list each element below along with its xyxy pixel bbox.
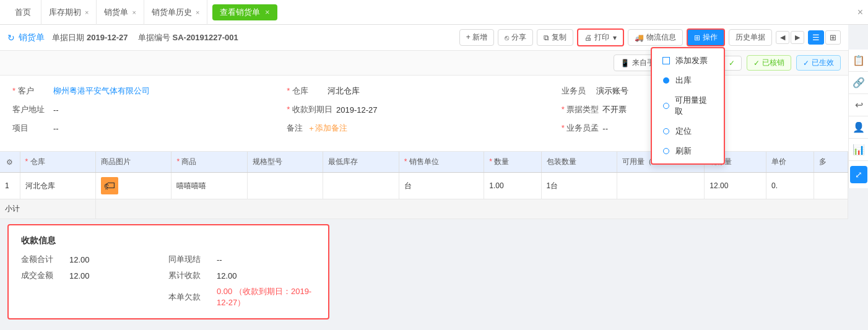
payment-date-field: 收款到期日 2019-12-27 — [287, 104, 561, 115]
customer-label: 客户 — [12, 85, 50, 97]
subtotal-label: 小计 — [0, 199, 95, 219]
row-min-stock — [323, 173, 399, 199]
dropdown-available-qty[interactable]: 可用量提取 — [652, 90, 724, 121]
deal-amount-label: 成交金额 — [21, 270, 64, 281]
row-warehouse: 河北仓库 — [20, 173, 95, 199]
sidebar-icon-doc[interactable]: 📋 — [849, 50, 868, 72]
col-product: * 商品 — [171, 152, 247, 173]
refresh-icon — [662, 147, 671, 155]
locate-icon — [662, 127, 671, 136]
row-pack-qty: 1台 — [541, 173, 617, 199]
due-amount-label: 本单欠款 — [168, 292, 212, 303]
summary-box: 收款信息 金额合计 12.00 同单现结 -- 成交金额 12.00 累计收款 … — [7, 224, 329, 319]
row-quantity: 1.00 — [484, 173, 541, 199]
customer-value[interactable]: 柳州粤港平安气体有限公司 — [53, 85, 150, 97]
summary-total-amount: 金额合计 12.00 — [21, 254, 168, 265]
cumulative-receipt-label: 累计收款 — [168, 270, 212, 281]
dropdown-add-invoice[interactable]: 添加发票 — [652, 51, 724, 71]
tab-sales-history[interactable]: 销货单历史 × — [144, 0, 207, 25]
tab-sales-close[interactable]: × — [132, 9, 136, 16]
note-field: 备注 + 添加备注 — [287, 123, 561, 134]
view-toggle: ☰ ⊞ — [808, 30, 841, 45]
print-dropdown-arrow: ▾ — [613, 33, 617, 42]
row-available — [617, 173, 704, 199]
sidebar-icon-chart[interactable]: 📊 — [849, 139, 868, 161]
warehouse-value: 河北仓库 — [328, 85, 360, 97]
col-unit-price: 单价 — [766, 152, 814, 173]
col-spec: 规格型号 — [247, 152, 323, 173]
sold-out-badge[interactable]: ✓ 已核销 — [747, 55, 791, 71]
same-order-value: -- — [217, 255, 222, 264]
summary-current-due — [21, 286, 168, 308]
nav-next[interactable]: ▶ — [791, 31, 804, 44]
operation-container: ⊞ 操作 添加发票 出库 — [687, 28, 725, 46]
dropdown-refresh[interactable]: 刷新 — [652, 141, 724, 161]
tab-inventory-close[interactable]: × — [85, 9, 89, 16]
deal-amount-value: 12.00 — [69, 271, 90, 280]
col-min-stock: 最低库存 — [323, 152, 399, 173]
summary-due-amount: 本单欠款 0.00 （收款到期日：2019-12-27） — [168, 286, 316, 308]
effective-badge[interactable]: ✓ 已生效 — [796, 55, 841, 71]
project-value: -- — [53, 124, 59, 133]
tab-view-sales-close[interactable]: × — [265, 7, 270, 17]
copy-button[interactable]: ⧉ 复制 — [537, 29, 573, 46]
outbound-icon — [662, 76, 671, 85]
nav-prev[interactable]: ◀ — [776, 31, 789, 44]
date-label: 单据日期 2019-12-27 — [52, 32, 128, 43]
total-amount-label: 金额合计 — [21, 254, 64, 265]
phone-icon: 📱 — [620, 59, 630, 67]
customer-field: 客户 柳州粤港平安气体有限公司 — [12, 85, 287, 97]
tab-view-sales[interactable]: 查看销货单 × — [212, 4, 277, 20]
product-image-icon: 🏷 — [104, 180, 115, 193]
operation-button[interactable]: ⊞ 操作 — [687, 28, 725, 46]
note-add[interactable]: + 添加备注 — [309, 123, 347, 134]
logistics-icon: 🚚 — [635, 33, 644, 42]
summary-deal-amount: 成交金额 12.00 — [21, 270, 168, 281]
operation-dropdown: 添加发票 出库 可用量提取 定位 — [651, 47, 725, 165]
print-button[interactable]: 🖨 打印 ▾ — [577, 28, 624, 46]
ticket-value: 不开票 — [602, 104, 627, 115]
nav-arrows: ◀ ▶ — [776, 31, 804, 44]
summary-cumulative-receipt: 累计收款 12.00 — [168, 270, 316, 281]
sidebar-expand-button[interactable]: ⤢ — [850, 166, 867, 183]
summary-title: 收款信息 — [21, 235, 316, 246]
new-button[interactable]: + 新增 — [459, 29, 494, 46]
same-order-label: 同单现结 — [168, 254, 212, 265]
tab-inventory[interactable]: 库存期初 × — [41, 0, 97, 25]
address-field: 客户地址 -- — [12, 104, 287, 115]
row-index: 1 — [0, 173, 20, 199]
history-button[interactable]: 历史单据 — [729, 29, 772, 46]
sidebar-icon-back[interactable]: ↩ — [849, 94, 868, 116]
tab-sales[interactable]: 销货单 × — [97, 0, 144, 25]
copy-icon: ⧉ — [544, 33, 549, 42]
logistics-button[interactable]: 🚚 物流信息 — [628, 29, 683, 46]
dropdown-outbound[interactable]: 出库 — [652, 71, 724, 90]
ticket-label: 票据类型 — [562, 104, 599, 115]
address-value: -- — [53, 105, 59, 115]
row-unit-price: 0. — [766, 173, 814, 199]
add-note-icon: + — [309, 124, 314, 133]
staff-label: 业务员 — [562, 85, 592, 97]
row-unit: 台 — [399, 173, 484, 199]
toolbar: ↻ 销货单 单据日期 2019-12-27 单据编号 SA-20191227-0… — [0, 25, 848, 51]
doc-type: ↻ 销货单 — [7, 32, 45, 43]
sales-staff-value: -- — [602, 124, 608, 133]
view-list[interactable]: ☰ — [808, 30, 824, 45]
tab-bar-close[interactable]: × — [857, 7, 863, 18]
share-button[interactable]: ⎋ 分享 — [498, 29, 533, 46]
staff-value: 演示账号 — [596, 85, 628, 97]
check-icon: ✓ — [729, 59, 735, 67]
view-grid[interactable]: ⊞ — [825, 30, 841, 45]
project-label: 项目 — [12, 123, 50, 134]
sidebar-icon-link[interactable]: 🔗 — [849, 72, 868, 94]
subtotal-row: 小计 — [0, 199, 848, 219]
number-label: 单据编号 SA-20191227-001 — [138, 32, 238, 43]
tab-sales-history-close[interactable]: × — [196, 9, 199, 16]
row-spec — [247, 173, 323, 199]
dropdown-locate[interactable]: 定位 — [652, 121, 724, 141]
project-field: 项目 -- — [12, 123, 287, 134]
sidebar-icon-user[interactable]: 👤 — [849, 116, 868, 139]
tab-home[interactable]: 首页 — [5, 0, 41, 25]
col-unit: * 销售单位 — [399, 152, 484, 173]
warehouse-label: 仓库 — [287, 85, 324, 97]
